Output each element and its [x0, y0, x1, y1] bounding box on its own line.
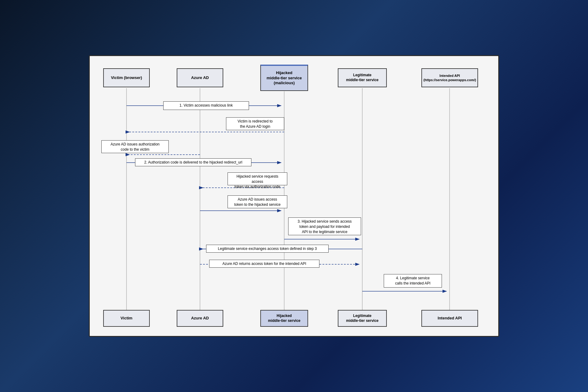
- lifeline-victim: Victim (browser): [103, 68, 150, 87]
- msg2-label: Victim is redirected tothe Azure AD logi…: [226, 117, 284, 130]
- msg4-label: 2. Authorization code is delivered to th…: [135, 158, 251, 166]
- msg6-label: Azure AD issues accesstoken to the hijac…: [228, 195, 287, 208]
- lifeline-hijacked-bottom: Hijacked middle-tier service: [260, 310, 308, 327]
- lifeline-azure-bottom: Azure AD: [177, 310, 223, 327]
- lifeline-legitimate: Legitimate middle-tier service: [338, 68, 387, 87]
- msg5-label: Hijacked service requests accesstoken vi…: [228, 172, 287, 185]
- lifeline-azure: Azure AD: [177, 68, 223, 87]
- msg9-label: Azure AD returns access token for the in…: [209, 260, 319, 268]
- lifeline-hijacked: Hijacked middle-tier service (malicious): [260, 65, 308, 91]
- msg7-label: 3. Hijacked service sends accesstoken an…: [288, 217, 361, 235]
- msg10-label: 4. Legitimate servicecalls the intended …: [384, 274, 442, 288]
- background: Victim (browser) Azure AD Hijacked middl…: [0, 0, 588, 392]
- msg8-label: Legitimate service exchanges access toke…: [206, 245, 329, 253]
- lifeline-api-bottom: Intended API: [421, 310, 478, 327]
- msg3-label: Azure AD issues authorizationcode to the…: [101, 140, 169, 153]
- lifeline-legitimate-bottom: Legitimate middle-tier service: [338, 310, 387, 327]
- lifeline-victim-bottom: Victim: [103, 310, 150, 327]
- lifeline-api: Intended API (https://service.powerapps.…: [421, 68, 478, 87]
- msg1-label: 1. Victim accesses malicious link: [163, 101, 249, 110]
- diagram-svg: [90, 56, 498, 336]
- diagram-container: Victim (browser) Azure AD Hijacked middl…: [89, 55, 499, 337]
